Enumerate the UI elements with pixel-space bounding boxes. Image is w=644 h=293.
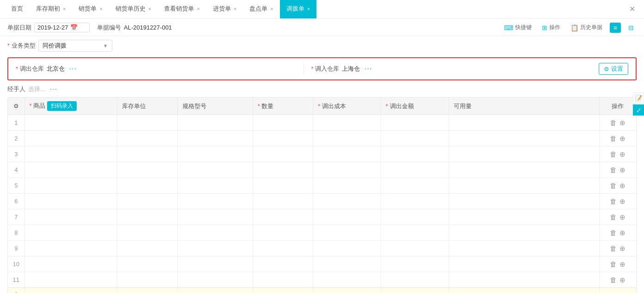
- date-input[interactable]: 2019-12-27 📅: [34, 23, 90, 32]
- row-product[interactable]: [24, 115, 117, 131]
- tab-home[interactable]: 首页: [5, 0, 30, 18]
- copy-row-icon[interactable]: ⊕: [620, 260, 626, 269]
- row-spec[interactable]: [177, 241, 253, 256]
- scan-button[interactable]: 扫码录入: [47, 101, 77, 111]
- row-product[interactable]: [24, 209, 117, 225]
- row-spec[interactable]: [177, 209, 253, 225]
- row-unit[interactable]: [117, 209, 177, 225]
- row-spec[interactable]: [177, 256, 253, 272]
- tab-transfer[interactable]: 调拨单 ×: [280, 0, 316, 18]
- row-product[interactable]: [24, 256, 117, 272]
- row-qty[interactable]: [253, 115, 313, 131]
- row-amount[interactable]: [381, 131, 449, 146]
- warehouse-in-more-button[interactable]: ···: [363, 65, 374, 73]
- close-tab-sales-order[interactable]: ×: [99, 6, 102, 12]
- delete-row-icon[interactable]: 🗑: [610, 119, 617, 127]
- close-tab-purchase[interactable]: ×: [234, 6, 237, 12]
- row-qty[interactable]: [253, 146, 313, 162]
- row-cost[interactable]: [313, 241, 381, 256]
- row-amount[interactable]: [381, 115, 449, 131]
- row-spec[interactable]: [177, 162, 253, 178]
- copy-row-icon[interactable]: ⊕: [620, 150, 626, 159]
- close-tab-transfer[interactable]: ×: [307, 6, 310, 12]
- row-qty[interactable]: [253, 162, 313, 178]
- row-product[interactable]: [24, 272, 117, 288]
- close-tab-sales-history[interactable]: ×: [148, 6, 151, 12]
- row-spec[interactable]: [177, 146, 253, 162]
- row-unit[interactable]: [117, 146, 177, 162]
- row-amount[interactable]: [381, 225, 449, 241]
- copy-row-icon[interactable]: ⊕: [620, 213, 626, 221]
- row-unit[interactable]: [117, 194, 177, 209]
- copy-row-icon[interactable]: ⊕: [620, 182, 626, 190]
- tab-view-sales[interactable]: 查看销货单 ×: [158, 0, 206, 18]
- row-available[interactable]: [449, 162, 599, 178]
- settings-button[interactable]: ⚙ 设置: [599, 63, 628, 75]
- row-available[interactable]: [449, 178, 599, 194]
- delete-row-icon[interactable]: 🗑: [610, 134, 617, 142]
- row-amount[interactable]: [381, 194, 449, 209]
- delete-row-icon[interactable]: 🗑: [610, 150, 617, 158]
- delete-row-icon[interactable]: 🗑: [610, 182, 617, 189]
- row-product[interactable]: [24, 178, 117, 194]
- row-spec[interactable]: [177, 272, 253, 288]
- delete-row-icon[interactable]: 🗑: [610, 244, 617, 252]
- row-amount[interactable]: [381, 256, 449, 272]
- row-unit[interactable]: [117, 256, 177, 272]
- shortcut-button[interactable]: ⌨ 快捷键: [501, 22, 535, 33]
- row-unit[interactable]: [117, 115, 177, 131]
- row-cost[interactable]: [313, 131, 381, 146]
- operations-button[interactable]: ⊞ 操作: [539, 22, 563, 33]
- side-notes-button[interactable]: 📝: [633, 92, 644, 104]
- row-product[interactable]: [24, 194, 117, 209]
- row-amount[interactable]: [381, 146, 449, 162]
- row-spec[interactable]: [177, 225, 253, 241]
- close-tab-view-sales[interactable]: ×: [197, 6, 200, 12]
- row-product[interactable]: [24, 146, 117, 162]
- row-product[interactable]: [24, 241, 117, 256]
- row-available[interactable]: [449, 209, 599, 225]
- layout-list-button[interactable]: ≡: [610, 23, 621, 33]
- tab-stocktake[interactable]: 盘点单 ×: [243, 0, 279, 18]
- row-cost[interactable]: [313, 272, 381, 288]
- row-qty[interactable]: [253, 209, 313, 225]
- row-amount[interactable]: [381, 241, 449, 256]
- row-qty[interactable]: [253, 272, 313, 288]
- row-amount[interactable]: [381, 178, 449, 194]
- row-qty[interactable]: [253, 256, 313, 272]
- row-cost[interactable]: [313, 256, 381, 272]
- delete-row-icon[interactable]: 🗑: [610, 166, 617, 174]
- copy-row-icon[interactable]: ⊕: [620, 197, 626, 206]
- column-settings[interactable]: ⚙: [8, 98, 24, 115]
- row-product[interactable]: [24, 162, 117, 178]
- copy-row-icon[interactable]: ⊕: [620, 244, 626, 253]
- delete-row-icon[interactable]: 🗑: [610, 276, 617, 284]
- tab-purchase[interactable]: 进货单 ×: [207, 0, 243, 18]
- copy-row-icon[interactable]: ⊕: [620, 134, 626, 143]
- layout-grid-button[interactable]: ⊟: [626, 23, 637, 33]
- row-unit[interactable]: [117, 272, 177, 288]
- copy-row-icon[interactable]: ⊕: [620, 229, 626, 237]
- row-spec[interactable]: [177, 178, 253, 194]
- row-amount[interactable]: [381, 162, 449, 178]
- row-unit[interactable]: [117, 178, 177, 194]
- delete-row-icon[interactable]: 🗑: [610, 197, 617, 205]
- row-unit[interactable]: [117, 241, 177, 256]
- row-available[interactable]: [449, 146, 599, 162]
- delete-row-icon[interactable]: 🗑: [610, 213, 617, 221]
- row-unit[interactable]: [117, 162, 177, 178]
- row-amount[interactable]: [381, 209, 449, 225]
- row-available[interactable]: [449, 131, 599, 146]
- row-cost[interactable]: [313, 209, 381, 225]
- row-product[interactable]: [24, 225, 117, 241]
- row-cost[interactable]: [313, 225, 381, 241]
- row-cost[interactable]: [313, 115, 381, 131]
- row-qty[interactable]: [253, 241, 313, 256]
- person-input[interactable]: 选择...: [28, 85, 45, 93]
- row-cost[interactable]: [313, 162, 381, 178]
- row-spec[interactable]: [177, 194, 253, 209]
- close-tab-inventory-init[interactable]: ×: [63, 6, 66, 12]
- tab-sales-order[interactable]: 销货单 ×: [72, 0, 109, 18]
- close-tab-stocktake[interactable]: ×: [270, 6, 273, 12]
- side-expand-button[interactable]: ⤢: [633, 104, 644, 116]
